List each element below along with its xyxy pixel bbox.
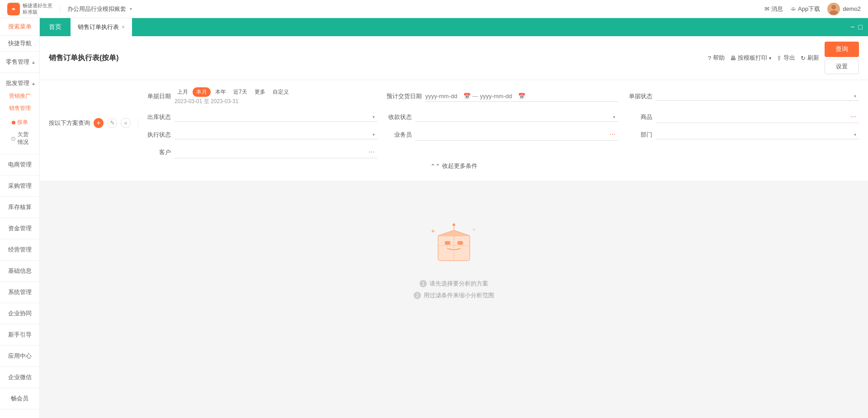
sidebar-item-apps[interactable]: 应用中心 xyxy=(2,349,38,363)
expected-date-end[interactable] xyxy=(480,93,516,100)
wholesale-label: 批发管理 xyxy=(4,79,31,87)
phone-icon: ⌯ xyxy=(790,5,796,12)
svg-rect-9 xyxy=(445,241,450,245)
sidebar-sub-sales[interactable]: 销售管理 xyxy=(2,102,38,114)
date-icon-2: 📅 xyxy=(518,93,525,100)
sidebar-section-apps: 应用中心 xyxy=(0,346,39,367)
tab-bar: 首页 销售订单执行表 × − □ xyxy=(40,18,868,36)
page-actions: ? 帮助 🖶 按模板打印 ▾ ⇧ 导出 ↻ 刷新 xyxy=(708,42,859,74)
app-dropdown-icon[interactable]: ▾ xyxy=(130,6,132,11)
sidebar-item-enterprise[interactable]: 企业协同 xyxy=(2,307,38,320)
filter-receive-status: 收款状态 ▾ xyxy=(387,111,618,123)
retail-label: 零售管理 xyxy=(4,58,31,66)
filter-main-row: 按以下方案查询 + ✎ « 单据日期 xyxy=(49,87,859,158)
sidebar-item-wholesale[interactable]: 批发管理 ▲ xyxy=(2,76,38,90)
logo-area: 畅捷通好生意 标准版 xyxy=(7,3,52,15)
tab-home[interactable]: 首页 xyxy=(40,18,71,36)
department-select[interactable]: ▾ xyxy=(656,130,859,139)
customer-more-btn[interactable]: ··· xyxy=(368,148,374,156)
quick-nav[interactable]: 快捷导航 xyxy=(0,36,39,52)
print-icon: 🖶 xyxy=(730,55,736,62)
edit-scheme-btn[interactable]: ✎ xyxy=(107,118,117,128)
svg-text:✦: ✦ xyxy=(430,228,436,235)
empty-illustration: ✦ ✦ · xyxy=(427,218,481,269)
this-month-btn[interactable]: 本月 xyxy=(193,87,211,97)
by-order-dot xyxy=(12,121,15,124)
page-header: 销售订单执行表(按单) ? 帮助 🖶 按模板打印 ▾ ⇧ 导出 xyxy=(40,36,868,80)
app-download-action[interactable]: ⌯ App下载 xyxy=(790,5,820,13)
sidebar-item-vip[interactable]: 畅会员 xyxy=(2,392,38,405)
date-range-text: 2023-03-01 至 2023-03-31 xyxy=(175,98,377,105)
out-status-label: 出库状态 xyxy=(146,113,171,121)
user-area[interactable]: demo2 xyxy=(827,3,861,15)
tab-active[interactable]: 销售订单执行表 × xyxy=(71,18,132,36)
status-select[interactable]: ▾ xyxy=(656,92,859,101)
salesperson-more-btn[interactable]: ··· xyxy=(609,130,615,138)
out-status-arrow: ▾ xyxy=(373,114,375,119)
sidebar-item-ecommerce[interactable]: 电商管理 xyxy=(2,158,38,171)
search-menu-label[interactable]: 搜索菜单 xyxy=(8,23,32,31)
this-year-btn[interactable]: 本年 xyxy=(212,87,229,97)
sidebar-item-wechat[interactable]: 企业微信 xyxy=(2,370,38,384)
expected-date-start[interactable] xyxy=(425,93,462,100)
collapse-up-icon: ⌃⌃ xyxy=(430,163,440,170)
refresh-action[interactable]: ↻ 刷新 xyxy=(801,54,819,62)
salesperson-label: 业务员 xyxy=(387,131,412,139)
collapse-scheme-btn[interactable]: « xyxy=(121,118,131,128)
date-separator: — xyxy=(472,93,478,100)
sidebar-search[interactable]: 搜索菜单 xyxy=(0,18,39,36)
date-quick-btns: 上月 本月 本年 近7天 更多 自定义 xyxy=(175,87,377,97)
sidebar-item-retail[interactable]: 零售管理 ▲ xyxy=(2,55,38,69)
sidebar-sub-backorder[interactable]: ⊙ 欠货情况 xyxy=(7,128,32,148)
message-action[interactable]: ✉ 消息 xyxy=(764,5,783,13)
exec-status-select[interactable]: ▾ xyxy=(175,130,377,139)
by-order-label: 按单 xyxy=(17,119,28,126)
sidebar-item-finance[interactable]: 资金管理 xyxy=(2,222,38,235)
status-label: 单据状态 xyxy=(627,92,652,100)
last-month-btn[interactable]: 上月 xyxy=(175,87,191,97)
receive-status-label: 收款状态 xyxy=(387,113,412,121)
customer-field: ··· xyxy=(175,146,377,158)
sidebar-item-newbie[interactable]: 新手引导 xyxy=(2,328,38,342)
sidebar-item-operations[interactable]: 经营管理 xyxy=(2,243,38,256)
sidebar-sub-marketing[interactable]: 营销推广 xyxy=(2,90,38,102)
add-scheme-btn[interactable]: + xyxy=(94,118,104,128)
settings-button[interactable]: 设置 xyxy=(825,59,859,74)
out-status-select[interactable]: ▾ xyxy=(175,113,377,122)
date-icon-1: 📅 xyxy=(463,93,471,100)
sidebar-section-ecommerce: 电商管理 xyxy=(0,154,39,176)
filter-customer: 客户 ··· xyxy=(146,146,377,158)
backorder-label: 欠货情况 xyxy=(18,131,28,146)
sidebar-section-system: 系统管理 xyxy=(0,282,39,303)
goods-more-btn[interactable]: ··· xyxy=(850,113,856,121)
app-title: 办公用品行业模拟账套 xyxy=(67,5,126,13)
tab-minimize-icon[interactable]: − xyxy=(850,23,854,31)
sidebar-item-system[interactable]: 系统管理 xyxy=(2,285,38,299)
help-action[interactable]: ? 帮助 xyxy=(708,54,725,62)
backorder-icon: ⊙ xyxy=(11,135,16,142)
print-action[interactable]: 🖶 按模板打印 ▾ xyxy=(730,54,771,62)
custom-btn[interactable]: 自定义 xyxy=(270,87,292,97)
last7-btn[interactable]: 近7天 xyxy=(231,87,250,97)
sidebar-sub-by-order[interactable]: 按单 xyxy=(7,116,32,128)
collapse-btn[interactable]: ⌃⌃ 收起更多条件 xyxy=(49,158,859,174)
message-icon: ✉ xyxy=(764,5,769,12)
query-button[interactable]: 查询 xyxy=(825,42,859,57)
sidebar-section-wechat: 企业微信 xyxy=(0,367,39,388)
exec-status-label: 执行状态 xyxy=(146,131,171,139)
quick-nav-label[interactable]: 快捷导航 xyxy=(8,40,32,47)
receive-status-select[interactable]: ▾ xyxy=(415,113,618,122)
more-btn[interactable]: 更多 xyxy=(252,87,268,97)
top-bar-left: 畅捷通好生意 标准版 办公用品行业模拟账套 ▾ xyxy=(7,3,132,15)
empty-num-2: 2 xyxy=(414,292,421,299)
sidebar-item-basic[interactable]: 基础信息 xyxy=(2,264,38,278)
tab-maximize-icon[interactable]: □ xyxy=(858,23,863,31)
filter-salesperson: 业务员 ··· xyxy=(387,128,618,141)
tab-close-icon[interactable]: × xyxy=(122,24,125,30)
export-action[interactable]: ⇧ 导出 xyxy=(777,54,795,62)
tab-bar-right: − □ xyxy=(850,23,868,31)
goods-field: ··· xyxy=(656,111,859,123)
sidebar-item-procurement[interactable]: 采购管理 xyxy=(2,179,38,193)
sidebar-item-inventory[interactable]: 库存核算 xyxy=(2,200,38,214)
goods-label: 商品 xyxy=(627,113,652,121)
